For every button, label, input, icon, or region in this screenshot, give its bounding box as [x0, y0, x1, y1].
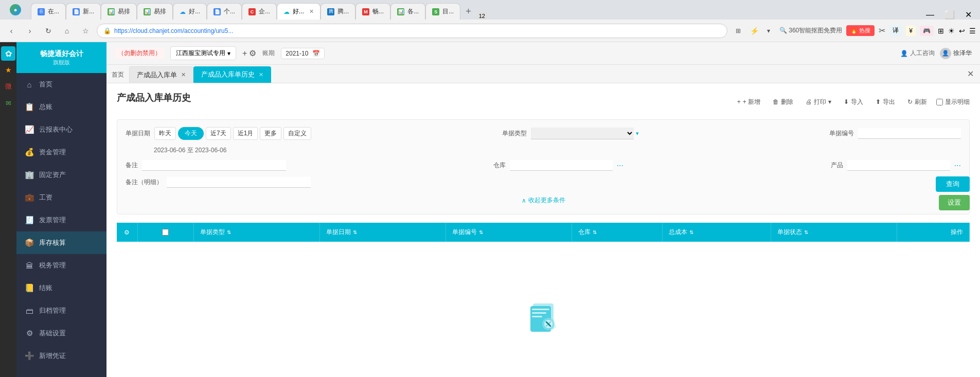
browser-tab-3[interactable]: 📊 易排 [101, 3, 137, 20]
browser-tab-11[interactable]: 📊 各... [390, 3, 425, 20]
settings-query-button[interactable]: 设置 [939, 195, 970, 210]
url-bar[interactable]: 🔒 https://cloud.chanjet.com/accounting/u… [97, 24, 727, 38]
service-button[interactable]: 👤 人工咨询 [900, 49, 935, 58]
sidebar-item-funds[interactable]: 💰 资金管理 [16, 141, 106, 164]
sidebar-item-invoice[interactable]: 🧾 发票管理 [16, 209, 106, 231]
page-tab-list-close[interactable]: ✕ [181, 71, 186, 78]
print-button[interactable]: 🖨 打印 ▾ [803, 96, 834, 109]
th-type[interactable]: 单据类型 ⇅ [194, 223, 320, 242]
period-value[interactable]: 2021-10 📅 [281, 48, 324, 59]
browser-tab-5[interactable]: ☁ 好... [173, 3, 207, 20]
sidebar-item-payroll[interactable]: 💼 工资 [16, 186, 106, 209]
browser-tab-10[interactable]: M 畅... [355, 3, 390, 20]
grid-icon[interactable]: ⊞ [732, 25, 745, 37]
date-7days-btn[interactable]: 近7天 [206, 127, 231, 140]
page-tab-history-close[interactable]: ✕ [259, 71, 263, 78]
lightning-icon[interactable]: ⚡ [747, 25, 762, 37]
th-gear[interactable]: ⚙ [117, 223, 137, 242]
page-tab-list[interactable]: 产成品入库单 ✕ [129, 66, 193, 83]
th-cost[interactable]: 总成本 ⇅ [663, 223, 771, 242]
delete-button[interactable]: 🗑 删除 [770, 96, 796, 109]
maximize-button[interactable]: ⬜ [940, 10, 959, 20]
browser-tab-4[interactable]: 📊 易排 [137, 3, 173, 20]
translate-icon[interactable]: 译 [889, 25, 902, 37]
minimize-button[interactable]: — [922, 10, 938, 20]
app-icon-mail[interactable]: ✉ [1, 96, 15, 110]
refresh-button[interactable]: ↻ [41, 24, 56, 38]
product-more-icon[interactable]: ··· [954, 161, 961, 170]
date-custom-btn[interactable]: 自定义 [283, 127, 311, 140]
detail-remark-input[interactable] [167, 177, 311, 188]
undo-icon[interactable]: ↩ [959, 27, 965, 35]
game-icon[interactable]: 🎮 [920, 26, 934, 36]
th-number[interactable]: 单据编号 ⇅ [446, 223, 572, 242]
new-tab-button[interactable]: + [460, 3, 476, 20]
new-button[interactable]: + + 新增 [734, 96, 763, 109]
brightness-icon[interactable]: ☀ [948, 27, 955, 35]
sidebar-item-settings[interactable]: ⚙ 基础设置 [16, 322, 106, 345]
th-date[interactable]: 单据日期 ⇅ [320, 223, 446, 242]
warehouse-input[interactable] [510, 160, 613, 171]
browser-tab-9[interactable]: 腾 腾... [320, 3, 355, 20]
browser-tab-2[interactable]: 📄 新... [66, 3, 101, 20]
date-more-btn[interactable]: 更多 [260, 127, 281, 140]
app-icon-main[interactable]: ✿ [1, 46, 15, 61]
sidebar-item-settle[interactable]: 📒 结账 [16, 277, 106, 299]
app-icon-star[interactable]: ★ [1, 63, 15, 77]
page-tab-home[interactable]: 首页 [106, 66, 129, 83]
currency-icon[interactable]: ¥ [906, 26, 916, 36]
import-button[interactable]: ⬇ 导入 [841, 96, 866, 109]
number-input[interactable] [858, 128, 961, 139]
tab-close-8[interactable]: ✕ [309, 8, 314, 15]
refresh-button[interactable]: ↻ 刷新 [904, 96, 930, 109]
sidebar-item-inventory[interactable]: 📦 库存核算 [16, 231, 106, 254]
remark-input[interactable] [142, 160, 286, 171]
th-status[interactable]: 单据状态 ⇅ [771, 223, 897, 242]
apps-icon[interactable]: ⊞ [938, 27, 944, 35]
date-today-btn[interactable]: 今天 [178, 127, 204, 140]
add-period-icon[interactable]: + [242, 49, 247, 58]
sidebar-item-tax[interactable]: 🏛 税务管理 [16, 254, 106, 277]
page-tab-history[interactable]: 产成品入库单历史 ✕ [193, 66, 271, 83]
app-icon-weibo[interactable]: 微 [1, 79, 15, 94]
ssl-icon: 🔒 [103, 27, 111, 34]
sidebar-item-archive[interactable]: 🗃 归档管理 [16, 299, 106, 322]
sidebar-item-reports[interactable]: 📈 云报表中心 [16, 118, 106, 141]
scissors-icon[interactable]: ✂ [879, 26, 885, 35]
browser-tab-7[interactable]: C 企... [242, 3, 277, 20]
warehouse-more-icon[interactable]: ··· [617, 161, 623, 170]
hot-search-badge[interactable]: 🔥 热搜 [846, 25, 875, 36]
browser-tab-8[interactable]: ☁ 好... ✕ [277, 3, 320, 20]
home-button[interactable]: ⌂ [60, 24, 74, 38]
sidebar-item-ledger[interactable]: 📋 总账 [16, 96, 106, 118]
product-input[interactable] [847, 160, 950, 171]
browser-tab-6[interactable]: 📄 个... [207, 3, 242, 20]
browser-tab-1[interactable]: 在 在... [31, 3, 66, 20]
search-icon[interactable]: 🔍 360智能抠图免费用 [779, 26, 842, 35]
show-cols-checkbox[interactable] [936, 99, 943, 105]
address-dropdown-icon[interactable]: ▾ [764, 25, 773, 37]
close-window-button[interactable]: ✕ [961, 10, 976, 20]
sidebar-item-fixed[interactable]: 🏢 固定资产 [16, 164, 106, 186]
export-button[interactable]: ⬆ 导出 [872, 96, 898, 109]
period-settings-icon[interactable]: ⚙ [249, 48, 256, 58]
company-selector[interactable]: 江西服宝测试专用 ▾ [170, 46, 236, 60]
forward-button[interactable]: › [23, 24, 37, 38]
th-checkbox[interactable] [137, 223, 194, 242]
collapse-button[interactable]: ∧ 收起更多条件 [126, 194, 961, 207]
star-button[interactable]: ☆ [78, 24, 93, 38]
content-close-button[interactable]: ✕ [961, 64, 980, 83]
date-1month-btn[interactable]: 近1月 [233, 127, 258, 140]
query-button[interactable]: 查询 [936, 176, 970, 192]
back-button[interactable]: ‹ [4, 24, 19, 38]
sidebar-item-home[interactable]: ⌂ 首页 [16, 73, 106, 96]
th-warehouse[interactable]: 仓库 ⇅ [572, 223, 663, 242]
date-yesterday-btn[interactable]: 昨天 [154, 127, 176, 140]
delete-label: 删除 [781, 98, 793, 106]
sidebar-item-new-voucher[interactable]: ➕ 新增凭证 [16, 345, 106, 367]
type-select[interactable] [531, 128, 634, 139]
browser-logo[interactable]: ● [10, 4, 21, 15]
browser-menu-icon[interactable]: ☰ [969, 27, 976, 35]
select-all-checkbox[interactable] [162, 229, 169, 236]
browser-tab-12[interactable]: S 目... [425, 3, 460, 20]
